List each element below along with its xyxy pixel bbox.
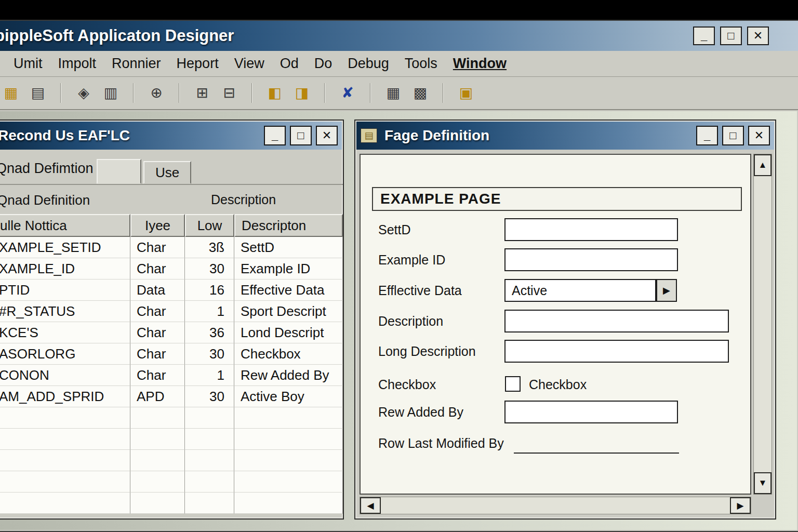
table-row-empty[interactable] [0,450,343,471]
cell-type[interactable]: Char [130,322,185,343]
cell-field-name[interactable]: ASORLORG [0,343,130,365]
cell-length[interactable]: 30 [185,343,234,365]
cell-type[interactable]: Char [130,365,185,386]
tab-definition[interactable]: Qnad Defimtion [0,161,94,177]
cell-length[interactable]: 30 [185,386,234,407]
setid-input[interactable] [504,218,678,241]
table-row[interactable]: PTID Data 16 Effective Data [0,280,343,301]
horizontal-scrollbar[interactable]: ◀ ▶ [360,497,751,514]
cell-description[interactable]: Lond Descript [234,322,343,343]
menu-item-umit[interactable]: Umit [14,56,43,72]
description-input[interactable] [504,310,729,332]
menu-item-debug[interactable]: Debug [348,56,389,72]
maximize-button[interactable]: □ [722,126,744,145]
toolbar-properties-button[interactable]: ▣ [454,81,478,105]
cell-description[interactable]: Effective Data [234,280,343,301]
close-button[interactable]: ✕ [747,26,769,45]
cell-length[interactable]: 36 [185,322,234,343]
menu-item-od[interactable]: Od [280,56,299,72]
checkbox-control[interactable] [505,376,521,392]
tab-spacer[interactable] [97,159,141,184]
cell-field-name[interactable]: CONON [0,365,130,386]
cell-description[interactable]: Rew Added By [234,365,343,386]
toolbar-grid-properties-button[interactable]: ▩ [408,81,432,105]
table-row-empty[interactable] [0,471,343,493]
cell-type[interactable]: APD [130,386,185,407]
menu-item-ronnier[interactable]: Ronnier [112,56,161,72]
column-header-field-name[interactable]: ulle Nottica [0,214,130,237]
cell-description[interactable]: SettD [234,237,343,258]
cell-description[interactable]: Active Boy [234,386,343,407]
scroll-down-icon[interactable]: ▼ [754,472,772,494]
dropdown-arrow-icon[interactable]: ▶ [656,279,677,302]
menu-item-heport[interactable]: Heport [177,56,219,72]
cell-type[interactable]: Data [130,280,185,301]
table-row[interactable]: XAMPLE_SETID Char 3ß SettD [0,237,343,258]
app-titlebar[interactable]: bippleSoft Applicaton Designer _ □ ✕ [0,21,798,51]
page-window-titlebar[interactable]: ▤ Fage Definition _ □ ✕ [356,122,774,150]
table-row-empty[interactable] [0,407,343,429]
minimize-button[interactable]: _ [264,126,286,145]
table-row[interactable]: XAMPLE_ID Char 30 Example ID [0,258,343,280]
cell-field-name[interactable]: AM_ADD_SPRID [0,386,130,407]
toolbar-tile-button[interactable]: ⊟ [217,81,241,105]
cell-length[interactable]: 1 [185,365,234,386]
toolbar-grid-button[interactable]: ▦ [381,81,405,105]
toolbar-build-button[interactable]: ✘ [336,81,360,105]
cell-type[interactable]: Char [130,301,185,322]
cell-field-name[interactable]: XAMPLE_ID [0,258,130,280]
vertical-scrollbar[interactable]: ▲ ▼ [753,154,772,495]
toolbar-save-button[interactable]: ▦ [0,81,23,105]
table-row[interactable]: KCE'S Char 36 Lond Descript [0,322,343,343]
column-header-type[interactable]: Iyee [130,214,185,237]
menu-item-tools[interactable]: Tools [405,56,437,72]
table-row-empty[interactable] [0,429,343,450]
effective-date-dropdown[interactable]: Active [504,279,656,302]
cell-description[interactable]: Example ID [234,258,343,280]
scroll-up-icon[interactable]: ▲ [754,154,772,176]
table-row-empty[interactable] [0,493,343,514]
cell-length[interactable]: 30 [185,258,234,280]
close-button[interactable]: ✕ [316,126,338,145]
cell-length[interactable]: 3ß [185,237,234,258]
scroll-left-icon[interactable]: ◀ [360,497,381,514]
long-description-input[interactable] [504,340,729,363]
close-button[interactable]: ✕ [748,126,770,145]
toolbar-cascade-button[interactable]: ⊞ [190,81,214,105]
cell-type[interactable]: Char [130,258,185,280]
table-row[interactable]: AM_ADD_SPRID APD 30 Active Boy [0,386,343,407]
toolbar-open-button[interactable]: ▤ [26,81,50,105]
cell-type[interactable]: Char [130,343,185,365]
toolbar-link-button[interactable]: ⊕ [144,81,168,105]
scroll-right-icon[interactable]: ▶ [730,497,751,514]
maximize-button[interactable]: □ [290,126,312,145]
cell-length[interactable]: 1 [185,301,234,322]
column-header-len[interactable]: Low [185,214,234,237]
cell-field-name[interactable]: #R_STATUS [0,301,130,322]
maximize-button[interactable]: □ [720,26,742,45]
toolbar-insert-record-button[interactable]: ◨ [290,81,314,105]
cell-field-name[interactable]: XAMPLE_SETID [0,237,130,258]
cell-type[interactable]: Char [130,237,185,258]
toolbar-insert-field-button[interactable]: ◧ [263,81,287,105]
menu-item-view[interactable]: View [234,56,264,72]
cell-description[interactable]: Checkbox [234,343,343,365]
row-added-by-input[interactable] [504,401,678,423]
menu-item-do[interactable]: Do [314,56,332,72]
menu-item-window[interactable]: Window [453,56,507,72]
table-row[interactable]: CONON Char 1 Rew Added By [0,365,343,386]
minimize-button[interactable]: _ [696,126,718,145]
minimize-button[interactable]: _ [693,26,715,45]
toolbar-copy-button[interactable]: ▥ [99,81,123,105]
cell-length[interactable]: 16 [185,280,234,301]
cell-field-name[interactable]: KCE'S [0,322,130,343]
menu-item-impolt[interactable]: Impolt [58,56,97,72]
column-header-description[interactable]: Descripton [234,214,343,237]
record-window-titlebar[interactable]: Recond Us EAF'LC _ □ ✕ [0,122,342,150]
table-row[interactable]: #R_STATUS Char 1 Sport Descript [0,301,343,322]
cell-description[interactable]: Sport Descript [234,301,343,322]
table-row[interactable]: ASORLORG Char 30 Checkbox [0,343,343,365]
cell-field-name[interactable]: PTID [0,280,130,301]
tab-use[interactable]: Use [143,161,191,184]
toolbar-find-button[interactable]: ◈ [72,81,96,105]
